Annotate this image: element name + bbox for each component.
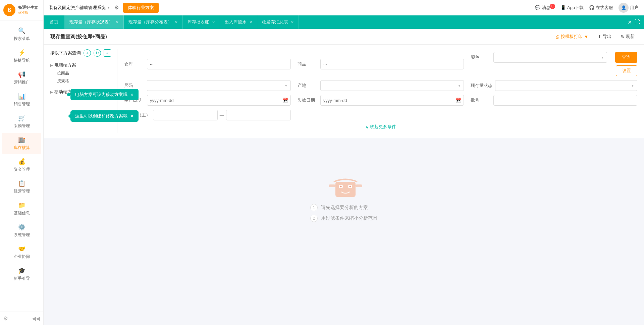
search-icon: 🔍 xyxy=(18,27,25,35)
brand-name: 畅通好生意 xyxy=(18,5,38,10)
desktop-scheme-item[interactable]: ▶ 电脑端方案 xyxy=(50,61,112,69)
sidebar-item-marketing[interactable]: 📢 营销推广 xyxy=(2,67,41,89)
filter-row-stock-main: 现存量（主） — xyxy=(124,110,291,120)
refresh-action[interactable]: ↻ 刷新 xyxy=(618,32,637,41)
headset-icon: 🎧 xyxy=(589,5,594,10)
sidebar-nav: 🔍 搜索菜单 ⚡ 快捷导航 📢 营销推广 📊 销售管理 🛒 采购管理 🏬 库存核… xyxy=(0,20,43,312)
tab-fullscreen-icon[interactable]: ⛶ xyxy=(635,19,640,25)
empty-state: 1 请先选择要分析的方案 2 用过滤条件来缩小分析范围 xyxy=(44,138,644,249)
main-content: 现存量查询(按仓库+商品) 🖨 按模板打印 ▼ ⬆ 导出 ↻ 刷新 xyxy=(44,29,644,325)
tab-right-actions: ✕ ⛶ xyxy=(624,19,644,25)
logo-area: 6 畅通好生意 标准版 xyxy=(0,0,43,20)
edit-tooltip-text: 这里可以创建和修改方案哦 xyxy=(75,113,127,119)
step-1-text: 请先选择要分析的方案 xyxy=(321,205,368,211)
sidebar-item-quick-nav[interactable]: ⚡ 快捷导航 xyxy=(2,46,41,67)
tab-home[interactable]: 首页 xyxy=(44,15,65,29)
color-select[interactable]: ▼ xyxy=(493,52,607,63)
sidebar-item-operation[interactable]: 📋 经营管理 xyxy=(2,176,41,198)
tab-inout-flow-label: 出入库流水 xyxy=(225,19,247,25)
warehouse-select[interactable]: ··· xyxy=(147,59,291,69)
expiry-date-label: 失效日期 xyxy=(298,97,318,103)
expiry-date-calendar-icon[interactable]: 📅 xyxy=(455,98,461,103)
sidebar-item-search-menu[interactable]: 🔍 搜索菜单 xyxy=(2,24,41,45)
tab-inout-flow[interactable]: 出入库流水 ✕ xyxy=(220,15,257,29)
expiry-date-wrap: 📅 xyxy=(320,95,464,106)
collapse-sidebar-btn[interactable]: ◀◀ xyxy=(32,315,40,322)
action-col: 查询 设置 xyxy=(610,52,637,76)
refresh-scheme-btn[interactable]: ↻ xyxy=(94,49,101,57)
empty-step-2: 2 用过滤条件来缩小分析范围 xyxy=(310,215,377,222)
tab-batch-ledger[interactable]: 库存批次账 ✕ xyxy=(183,15,220,29)
production-date-calendar-icon[interactable]: 📅 xyxy=(282,98,288,103)
stock-main-max-input[interactable] xyxy=(226,110,291,120)
sidebar-item-purchase[interactable]: 🛒 采购管理 xyxy=(2,111,41,132)
sidebar-label-quicknav: 快捷导航 xyxy=(14,58,30,63)
message-badge: 6 xyxy=(550,4,555,9)
size-select[interactable]: ▼ xyxy=(147,80,291,91)
trial-button[interactable]: 体验行业方案 xyxy=(123,3,159,13)
sidebar-item-basic[interactable]: 📁 基础信息 xyxy=(2,198,41,219)
tab-close-inout-flow[interactable]: ✕ xyxy=(249,20,252,24)
system-selector[interactable]: 装备及固定资产辅助管理系统 ▼ xyxy=(49,5,110,11)
print-action[interactable]: 🖨 按模板打印 ▼ xyxy=(552,32,591,41)
scheme-by-product[interactable]: 按商品 xyxy=(57,69,112,77)
app-download-label: App下载 xyxy=(567,5,584,11)
tab-receive-summary[interactable]: 收发存汇总表 ✕ xyxy=(257,15,299,29)
app-download-action[interactable]: 📱 App下载 xyxy=(560,5,584,11)
add-scheme-btn[interactable]: + xyxy=(84,49,91,57)
reset-button[interactable]: 设置 xyxy=(616,65,637,76)
sidebar-label-system: 系统管理 xyxy=(14,232,30,238)
search-button[interactable]: 查询 xyxy=(615,52,637,63)
color-label: 颜色 xyxy=(471,54,491,60)
tab-close-receive-summary[interactable]: ✕ xyxy=(291,20,294,24)
scheme-by-spec[interactable]: 按规格 xyxy=(57,77,112,85)
size-label: 尺码 xyxy=(124,83,144,89)
expiry-date-input[interactable] xyxy=(320,95,464,106)
tab-close-all-icon[interactable]: ✕ xyxy=(628,19,632,25)
batch-no-input[interactable] xyxy=(493,95,637,106)
print-icon: 🖨 xyxy=(555,34,559,39)
store-icon: 🏬 xyxy=(18,136,25,144)
tab-close-batch-ledger[interactable]: ✕ xyxy=(212,20,215,24)
filter-header: 按以下方案查询 + ↻ « xyxy=(50,49,112,57)
filter-row-product: 商品 ··· xyxy=(298,52,464,76)
scheme-tooltip-close[interactable]: ✕ xyxy=(130,92,134,97)
tab-close-inventory-status[interactable]: ✕ xyxy=(116,20,119,24)
header-settings-icon[interactable]: ⚙ xyxy=(114,4,119,11)
sidebar-item-enterprise[interactable]: 🤝 企业协同 xyxy=(2,242,41,263)
stock-main-min-input[interactable] xyxy=(153,110,218,120)
back-scheme-btn[interactable]: « xyxy=(104,49,111,57)
collapse-button[interactable]: ∧ 收起更多条件 xyxy=(365,124,396,130)
product-select[interactable]: ··· xyxy=(320,59,464,69)
filter-row-size: 尺码 ▼ xyxy=(124,80,291,91)
edit-tooltip-close[interactable]: ✕ xyxy=(130,114,134,119)
user-action[interactable]: 👤 用户 xyxy=(619,3,639,13)
stock-status-select[interactable]: ▼ xyxy=(495,80,637,91)
origin-select[interactable]: ▼ xyxy=(320,80,464,91)
brand-badge: 标准版 xyxy=(18,10,38,15)
message-action[interactable]: 💬 消息 6 xyxy=(535,5,555,11)
selector-chevron-icon: ▼ xyxy=(107,6,110,9)
sidebar-item-system[interactable]: ⚙️ 系统管理 xyxy=(2,220,41,241)
svg-point-5 xyxy=(340,186,342,187)
sidebar-item-finance[interactable]: 💰 资金管理 xyxy=(2,155,41,176)
page-actions: 🖨 按模板打印 ▼ ⬆ 导出 ↻ 刷新 xyxy=(552,32,637,41)
handshake-icon: 🤝 xyxy=(18,245,25,253)
tab-bar: 首页 现存量（库存状况表） ✕ 现存量（库存分布表） ✕ 库存批次账 ✕ 出入库… xyxy=(44,15,644,29)
production-date-input[interactable] xyxy=(147,95,291,106)
online-service-action[interactable]: 🎧 在线客服 xyxy=(589,5,613,11)
tab-close-inventory-dist[interactable]: ✕ xyxy=(175,20,178,24)
sidebar-label-enterprise: 企业协同 xyxy=(14,254,30,260)
settings-bottom-icon[interactable]: ⚙ xyxy=(3,315,8,322)
sidebar-item-sales[interactable]: 📊 销售管理 xyxy=(2,89,41,110)
tab-inventory-status[interactable]: 现存量（库存状况表） ✕ xyxy=(65,15,124,29)
tab-home-label: 首页 xyxy=(50,19,58,25)
tab-inventory-dist[interactable]: 现存量（库存分布表） ✕ xyxy=(124,15,183,29)
export-action[interactable]: ⬆ 导出 xyxy=(595,32,614,41)
top-header: 装备及固定资产辅助管理系统 ▼ ⚙ 体验行业方案 💬 消息 6 📱 App下载 … xyxy=(44,0,644,15)
clipboard-icon: 📋 xyxy=(18,180,25,187)
money-icon: 💰 xyxy=(18,158,25,165)
step-num-2: 2 xyxy=(310,215,318,222)
sidebar-item-guide[interactable]: 🎓 新手引导 xyxy=(2,264,41,285)
sidebar-item-inventory[interactable]: 🏬 库存核算 xyxy=(2,133,41,154)
